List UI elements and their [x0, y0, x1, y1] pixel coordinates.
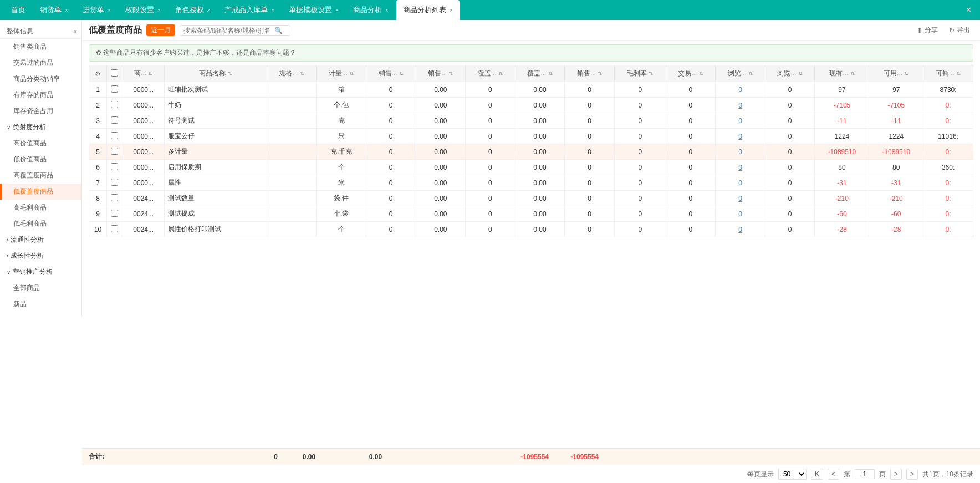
row-checkbox[interactable]	[107, 98, 122, 113]
row-browse1[interactable]: 0	[716, 113, 765, 129]
cover1-col-header[interactable]: 覆盖... ⇅	[466, 65, 515, 82]
sidebar-section-marketing-header[interactable]: ∨ 营销推广分析	[0, 264, 81, 280]
nav-tab-analysis-list[interactable]: 商品分析列表 ×	[396, 0, 460, 20]
available-stock-col-header[interactable]: 可用... ⇅	[869, 65, 923, 82]
close-icon[interactable]: ×	[450, 7, 453, 13]
next-page-button[interactable]: >	[890, 469, 902, 480]
gross-margin-col-header[interactable]: 毛利率 ⇅	[614, 65, 666, 82]
row-code: 0000...	[122, 160, 165, 175]
page-number-input[interactable]	[855, 469, 875, 479]
nav-tab-products[interactable]: 产成品入库单 ×	[218, 0, 281, 20]
sales-amount-col-header[interactable]: 销售... ⇅	[416, 65, 466, 82]
nav-tab-analysis[interactable]: 商品分析 ×	[346, 0, 395, 20]
row-num: 10	[89, 222, 107, 237]
sidebar-item-low-margin[interactable]: 低毛利商品	[0, 216, 81, 232]
row-browse1[interactable]: 0	[716, 144, 765, 160]
period-button[interactable]: 近一月	[146, 24, 175, 36]
top-navigation: 首页 销货单 × 进货单 × 权限设置 × 角色授权 × 产成品入库单 × 单据…	[0, 0, 980, 20]
nav-tab-permissions[interactable]: 权限设置 ×	[119, 0, 167, 20]
row-sellable: 0:	[923, 175, 973, 191]
row-cover2: 0.00	[515, 160, 565, 175]
row-unit: 个,袋	[317, 206, 366, 222]
close-icon[interactable]: ×	[108, 7, 111, 13]
search-input[interactable]	[183, 27, 272, 34]
last-page-button[interactable]: >	[906, 469, 918, 480]
search-icon[interactable]: 🔍	[274, 27, 283, 34]
row-checkbox[interactable]	[107, 160, 122, 175]
row-browse1[interactable]: 0	[716, 98, 765, 113]
close-icon[interactable]: ×	[335, 7, 339, 13]
sidebar-section-growth-header[interactable]: › 成长性分析	[0, 248, 81, 264]
settings-col-header[interactable]: ⚙	[89, 65, 107, 82]
row-checkbox[interactable]	[107, 113, 122, 129]
row-checkbox[interactable]	[107, 206, 122, 222]
current-stock-col-header[interactable]: 现有... ⇅	[815, 65, 869, 82]
sellable-col-header[interactable]: 可销... ⇅	[923, 65, 973, 82]
spec-col-header[interactable]: 规格... ⇅	[267, 65, 317, 82]
close-icon[interactable]: ×	[65, 7, 68, 13]
row-checkbox[interactable]	[107, 222, 122, 237]
sidebar-section-coverage-header[interactable]: ∨ 类射度分析	[0, 119, 81, 135]
row-cover2: 0.00	[515, 82, 565, 98]
nav-tab-templates[interactable]: 单据模板设置 ×	[282, 0, 345, 20]
row-code: 0000...	[122, 144, 165, 160]
row-browse1[interactable]: 0	[716, 129, 765, 144]
sidebar-item-low-coverage[interactable]: 低覆盖度商品	[0, 184, 81, 200]
row-available-stock: 97	[869, 82, 923, 98]
row-checkbox[interactable]	[107, 191, 122, 206]
sales-qty-col-header[interactable]: 销售... ⇅	[366, 65, 416, 82]
row-browse1[interactable]: 0	[716, 191, 765, 206]
sidebar-item-category-rate[interactable]: 商品分类动销率	[0, 71, 81, 87]
window-close-button[interactable]: ×	[962, 3, 976, 17]
row-browse1[interactable]: 0	[716, 222, 765, 237]
sales3-col-header[interactable]: 销售... ⇅	[565, 65, 615, 82]
cover2-col-header[interactable]: 覆盖... ⇅	[515, 65, 565, 82]
row-browse1[interactable]: 0	[716, 206, 765, 222]
close-icon[interactable]: ×	[271, 7, 274, 13]
row-sales-qty: 0	[366, 160, 416, 175]
sidebar-section-circulation-header[interactable]: › 流通性分析	[0, 232, 81, 248]
row-checkbox[interactable]	[107, 175, 122, 191]
sidebar-item-high-margin[interactable]: 高毛利商品	[0, 200, 81, 216]
table-row: 5 0000... 多计量 克,千克 0 0.00 0 0.00 0 0 0 0…	[89, 144, 973, 160]
select-all-checkbox[interactable]	[111, 69, 118, 77]
sidebar-item-all-goods[interactable]: 全部商品	[0, 280, 81, 296]
sidebar-header-label: 整体信息	[7, 27, 33, 36]
per-page-select[interactable]: 50 20 100	[778, 469, 807, 480]
first-page-button[interactable]: K	[811, 469, 823, 480]
share-button[interactable]: ⬆ 分享	[913, 24, 941, 36]
transaction-col-header[interactable]: 交易... ⇅	[666, 65, 716, 82]
close-icon[interactable]: ×	[385, 7, 389, 13]
sidebar-collapse-button[interactable]: «	[73, 27, 77, 35]
row-checkbox[interactable]	[107, 129, 122, 144]
row-browse2: 0	[765, 222, 815, 237]
unit-col-header[interactable]: 计量... ⇅	[317, 65, 366, 82]
browse2-col-header[interactable]: 浏览... ⇅	[765, 65, 815, 82]
export-button[interactable]: ↻ 导出	[946, 24, 973, 36]
sidebar-item-low-value[interactable]: 低价值商品	[0, 151, 81, 167]
sidebar-item-stocked-goods[interactable]: 有库存的商品	[0, 87, 81, 103]
nav-tab-roles[interactable]: 角色授权 ×	[169, 0, 217, 20]
sidebar-item-traded-goods[interactable]: 交易过的商品	[0, 55, 81, 71]
prev-page-button[interactable]: <	[828, 469, 839, 480]
sidebar-item-high-coverage[interactable]: 高覆盖度商品	[0, 167, 81, 184]
close-icon[interactable]: ×	[157, 7, 161, 13]
sidebar-item-new-goods[interactable]: 新品	[0, 296, 81, 312]
row-browse1[interactable]: 0	[716, 160, 765, 175]
row-browse1[interactable]: 0	[716, 175, 765, 191]
close-icon[interactable]: ×	[207, 7, 211, 13]
sidebar-item-stock-capital[interactable]: 库存资金占用	[0, 103, 81, 119]
row-browse1[interactable]: 0	[716, 82, 765, 98]
row-checkbox[interactable]	[107, 82, 122, 98]
nav-tab-sales[interactable]: 销货单 ×	[33, 0, 75, 20]
nav-tab-home[interactable]: 首页	[4, 0, 32, 20]
nav-tab-purchase[interactable]: 进货单 ×	[76, 0, 118, 20]
code-col-header[interactable]: 商... ⇅	[122, 65, 165, 82]
row-checkbox[interactable]	[107, 144, 122, 160]
sidebar-item-high-value[interactable]: 高价值商品	[0, 135, 81, 151]
row-num: 1	[89, 82, 107, 98]
row-browse2: 0	[765, 98, 815, 113]
name-col-header[interactable]: 商品名称 ⇅	[165, 65, 267, 82]
browse1-col-header[interactable]: 浏览... ⇅	[716, 65, 765, 82]
sidebar-item-sales-goods[interactable]: 销售类商品	[0, 39, 81, 55]
